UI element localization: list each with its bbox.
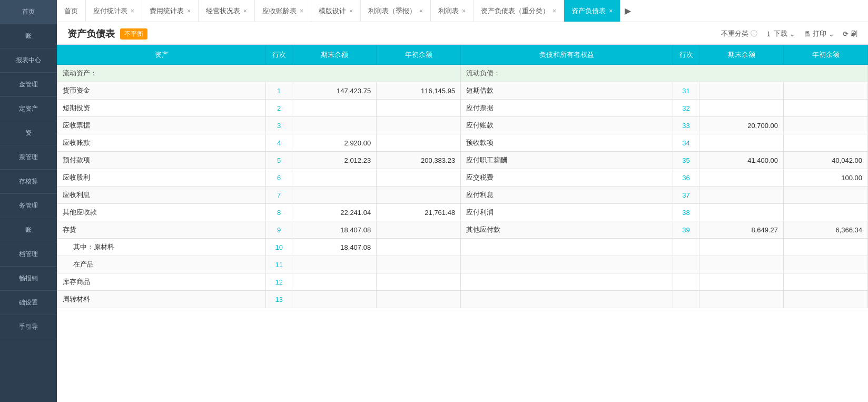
table-cell-item[interactable]: 库存商品	[57, 273, 266, 291]
sidebar-item-expense[interactable]: 畅报销	[0, 267, 57, 291]
table-cell-right-begin[interactable]: 40,042.00	[784, 152, 868, 169]
table-cell-begin[interactable]: 116,145.95	[377, 82, 461, 100]
table-cell-begin[interactable]	[377, 134, 461, 152]
table-cell-right-item[interactable]	[461, 273, 673, 291]
table-cell-end[interactable]	[292, 291, 377, 308]
table-cell-right-item[interactable]	[461, 239, 673, 256]
table-cell-begin[interactable]: 200,383.23	[377, 152, 461, 169]
table-cell-right-item[interactable]: 预收款项	[461, 134, 673, 152]
table-cell-right-end[interactable]	[699, 239, 784, 256]
table-cell-end[interactable]: 147,423.75	[292, 82, 377, 100]
table-cell-right-item[interactable]: 其他应付款	[461, 221, 673, 239]
table-cell-right-end[interactable]: 8,649.27	[699, 221, 784, 239]
table-cell-right-begin[interactable]: 6,366.34	[784, 221, 868, 239]
sidebar-item-investment[interactable]: 资	[0, 121, 57, 145]
tab-operation-status[interactable]: 经营状况表 ×	[199, 0, 255, 22]
table-cell-right-begin[interactable]	[784, 100, 868, 117]
close-tab-balance[interactable]: ×	[609, 7, 613, 15]
table-cell-right-item[interactable]: 应付利润	[461, 204, 673, 221]
table-cell-right-begin[interactable]	[784, 117, 868, 134]
table-cell-right-end[interactable]	[699, 169, 784, 187]
table-cell-right-item[interactable]: 应付职工薪酬	[461, 152, 673, 169]
table-cell-item[interactable]: 应收账款	[57, 134, 266, 152]
sidebar-item-ledger[interactable]: 账	[0, 218, 57, 242]
table-cell-item[interactable]: 存货	[57, 221, 266, 239]
table-cell-end[interactable]	[292, 187, 377, 204]
table-cell-right-end[interactable]	[699, 82, 784, 100]
table-cell-item[interactable]: 应收利息	[57, 187, 266, 204]
table-cell-right-begin[interactable]	[784, 291, 868, 308]
table-cell-right-end[interactable]	[699, 134, 784, 152]
sidebar-item-ticket-mgmt[interactable]: 票管理	[0, 145, 57, 170]
table-cell-right-begin[interactable]	[784, 187, 868, 204]
tab-balance-reclassified[interactable]: 资产负债表（重分类） ×	[474, 0, 564, 22]
table-cell-begin[interactable]	[377, 100, 461, 117]
table-cell-right-item[interactable]	[461, 291, 673, 308]
table-cell-right-end[interactable]	[699, 187, 784, 204]
close-tab-operation-status[interactable]: ×	[243, 7, 247, 15]
table-cell-right-end[interactable]: 41,400.00	[699, 152, 784, 169]
table-cell-begin[interactable]	[377, 169, 461, 187]
table-cell-end[interactable]	[292, 273, 377, 291]
table-cell-right-begin[interactable]	[784, 204, 868, 221]
tab-template-design[interactable]: 模版设计 ×	[311, 0, 361, 22]
tab-home[interactable]: 首页	[57, 0, 86, 22]
table-cell-right-end[interactable]: 20,700.00	[699, 117, 784, 134]
table-cell-right-item[interactable]: 应交税费	[461, 169, 673, 187]
table-cell-right-item[interactable]	[461, 256, 673, 273]
table-cell-right-end[interactable]	[699, 256, 784, 273]
sidebar-item-home[interactable]: 首页	[0, 0, 57, 24]
table-cell-right-begin[interactable]	[784, 134, 868, 152]
sidebar-item-fund-mgmt[interactable]: 金管理	[0, 73, 57, 97]
table-cell-end[interactable]	[292, 117, 377, 134]
table-cell-right-begin[interactable]	[784, 273, 868, 291]
sidebar-item-tax-mgmt[interactable]: 务管理	[0, 194, 57, 218]
table-cell-end[interactable]: 18,407.08	[292, 221, 377, 239]
tab-balance[interactable]: 资产负债表 ×	[564, 0, 620, 22]
table-cell-end[interactable]: 2,012.23	[292, 152, 377, 169]
table-cell-right-item[interactable]: 应付账款	[461, 117, 673, 134]
table-cell-item[interactable]: 周转材料	[57, 291, 266, 308]
table-cell-right-begin[interactable]	[784, 256, 868, 273]
table-cell-end[interactable]: 2,920.00	[292, 134, 377, 152]
table-cell-item[interactable]: 其中：原材料	[57, 239, 266, 256]
sidebar-item-base-settings[interactable]: 础设置	[0, 291, 57, 315]
tab-profit-quarterly[interactable]: 利润表（季报） ×	[361, 0, 431, 22]
table-cell-item[interactable]: 应收股利	[57, 169, 266, 187]
table-cell-begin[interactable]	[377, 273, 461, 291]
table-cell-right-end[interactable]	[699, 291, 784, 308]
no-classify-option[interactable]: 不重分类 ⓘ	[721, 29, 757, 38]
table-cell-item[interactable]: 其他应收款	[57, 204, 266, 221]
table-cell-end[interactable]	[292, 169, 377, 187]
table-cell-right-end[interactable]	[699, 100, 784, 117]
close-tab-profit[interactable]: ×	[462, 7, 466, 15]
sidebar-item-report-center[interactable]: 报表中心	[0, 48, 57, 73]
table-cell-begin[interactable]	[377, 291, 461, 308]
table-cell-item[interactable]: 短期投资	[57, 100, 266, 117]
tab-profit[interactable]: 利润表 ×	[431, 0, 474, 22]
table-cell-begin[interactable]	[377, 256, 461, 273]
table-cell-begin[interactable]	[377, 239, 461, 256]
table-cell-right-end[interactable]	[699, 204, 784, 221]
table-cell-item[interactable]: 货币资金	[57, 82, 266, 100]
table-cell-end[interactable]	[292, 100, 377, 117]
tab-scroll-right[interactable]: ▶	[620, 6, 635, 16]
table-cell-begin[interactable]	[377, 221, 461, 239]
table-cell-right-item[interactable]: 短期借款	[461, 82, 673, 100]
table-cell-item[interactable]: 在产品	[57, 256, 266, 273]
table-cell-right-item[interactable]: 应付票据	[461, 100, 673, 117]
table-cell-right-begin[interactable]	[784, 82, 868, 100]
table-cell-begin[interactable]	[377, 117, 461, 134]
sidebar-item-fixed-assets[interactable]: 定资产	[0, 97, 57, 121]
sidebar-item-inventory[interactable]: 存核算	[0, 170, 57, 194]
close-tab-template-design[interactable]: ×	[349, 7, 353, 15]
close-tab-expense-stats[interactable]: ×	[187, 7, 191, 15]
close-tab-receivable-aging[interactable]: ×	[300, 7, 303, 15]
table-cell-end[interactable]	[292, 256, 377, 273]
table-cell-right-item[interactable]: 应付利息	[461, 187, 673, 204]
table-cell-begin[interactable]: 21,761.48	[377, 204, 461, 221]
close-tab-profit-quarterly[interactable]: ×	[419, 7, 423, 15]
tab-payable-stats[interactable]: 应付统计表 ×	[86, 0, 142, 22]
table-cell-begin[interactable]	[377, 187, 461, 204]
tab-expense-stats[interactable]: 费用统计表 ×	[142, 0, 199, 22]
